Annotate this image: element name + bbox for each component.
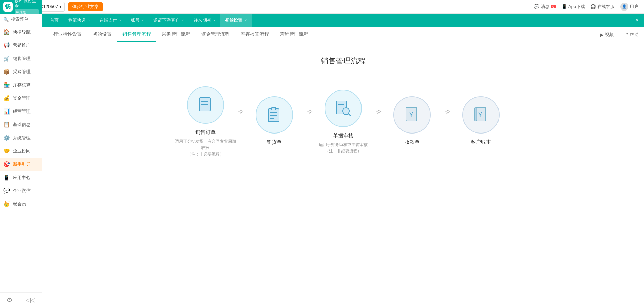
sidebar-icon-purchase: 📦 xyxy=(3,68,10,75)
sub-tab-销售管理流程[interactable]: 销售管理流程 xyxy=(117,27,156,42)
flow-step-1[interactable]: 销货单 xyxy=(244,96,305,148)
sidebar-icon-enterprise-coop: 🤝 xyxy=(3,148,10,154)
flow-step-2[interactable]: 单据审核 适用于财务审核或主管审核（注：非必要流程） xyxy=(313,90,374,155)
sub-tab-采购管理流程[interactable]: 采购管理流程 xyxy=(156,27,196,42)
nav-tab-首页[interactable]: 首页 xyxy=(45,14,63,27)
avatar: 👤 xyxy=(620,3,628,11)
play-icon: ▶ xyxy=(600,32,604,37)
step-name-2: 单据审核 xyxy=(333,132,353,139)
sub-tab-营销管理流程[interactable]: 营销管理流程 xyxy=(274,27,314,42)
help-label: 帮助 xyxy=(630,32,639,38)
nav-tab-label: 账号 xyxy=(131,17,140,23)
flow-arrow-2: ···> xyxy=(306,107,311,137)
nav-tab-物流快递[interactable]: 物流快递× xyxy=(63,14,95,27)
step-circle-3: ¥ xyxy=(393,96,431,134)
svg-rect-5 xyxy=(272,107,276,110)
sidebar-icon-app-center: 📱 xyxy=(3,174,10,181)
sub-tab-初始设置[interactable]: 初始设置 xyxy=(87,27,117,42)
sidebar-items: 🏠 快捷导航 📢 营销推广 🛒 销售管理 📦 采购管理 🏪 库存核算 💰 资金管… xyxy=(0,25,42,210)
flow-step-4[interactable]: ¥ 客户账本 xyxy=(450,96,511,148)
sidebar-label-basic-info: 基础信息 xyxy=(13,122,31,128)
svg-rect-20 xyxy=(475,107,477,121)
sidebar-icon-inventory: 🏪 xyxy=(3,82,10,88)
message-badge: 6 xyxy=(551,5,556,8)
nav-tab-label: 往来期初 xyxy=(194,17,211,23)
sub-tab-库存核算流程[interactable]: 库存核算流程 xyxy=(235,27,274,42)
sub-tab-right: ▶ 视频 | ? 帮助 xyxy=(600,32,639,38)
sidebar-label-chang-member: 畅会员 xyxy=(13,201,26,207)
sidebar-item-app-center[interactable]: 📱 应用中心 xyxy=(0,171,42,184)
flow-step-3[interactable]: ¥ 收款单 xyxy=(382,96,443,148)
nav-tab-label: 物流快递 xyxy=(68,17,86,23)
nav-tab-邀请下游客户[interactable]: 邀请下游客户× xyxy=(149,14,189,27)
nav-tab-close[interactable]: × xyxy=(142,18,144,22)
trial-button[interactable]: 体验行业方案 xyxy=(68,2,103,11)
nav-tab-close[interactable]: × xyxy=(213,18,215,22)
sidebar-label-inventory: 库存核算 xyxy=(13,82,31,88)
help-link[interactable]: ? 帮助 xyxy=(626,32,639,38)
nav-tab-账号[interactable]: 账号× xyxy=(126,14,149,27)
nav-tab-初始设置[interactable]: 初始设置× xyxy=(220,14,251,27)
sidebar: 畅 畅库·做好生意 标准版 🔍 搜索菜单 🏠 快捷导航 📢 营销推广 🛒 销售管… xyxy=(0,0,42,307)
headset-icon: 🎧 xyxy=(590,4,596,9)
step-circle-4: ¥ xyxy=(462,96,500,134)
sub-tab-资金管理流程[interactable]: 资金管理流程 xyxy=(196,27,235,42)
sidebar-label-system: 系统管理 xyxy=(13,135,31,141)
sidebar-item-purchase[interactable]: 📦 采购管理 xyxy=(0,65,42,78)
nav-tab-label: 首页 xyxy=(50,17,59,23)
collapse-icon[interactable]: ◁◁ xyxy=(23,295,38,305)
app-download-item[interactable]: 📱 App下载 xyxy=(562,4,585,10)
message-item[interactable]: 💬 消息 6 xyxy=(534,4,556,10)
user-item[interactable]: 👤 用户 xyxy=(620,3,639,11)
sidebar-item-sales[interactable]: 🛒 销售管理 xyxy=(0,52,42,65)
sidebar-item-enterprise-wechat[interactable]: 💬 企业微信 xyxy=(0,184,42,197)
sidebar-label-app-center: 应用中心 xyxy=(13,175,31,181)
nav-tab-在线支付[interactable]: 在线支付× xyxy=(95,14,126,27)
flow-arrow-1: ···> xyxy=(237,107,242,137)
sidebar-item-chang-member[interactable]: 👑 畅会员 xyxy=(0,197,42,210)
main-content: 行业特性设置初始设置销售管理流程采购管理流程资金管理流程库存核算流程营销管理流程… xyxy=(42,27,644,307)
sidebar-icon-quick-nav: 🏠 xyxy=(3,29,10,35)
nav-tab-close[interactable]: × xyxy=(182,18,184,22)
sidebar-item-operations[interactable]: 📊 经营管理 xyxy=(0,105,42,118)
sidebar-label-operations: 经营管理 xyxy=(13,108,31,115)
message-label: 消息 xyxy=(541,4,549,10)
sub-tab-行业特性设置[interactable]: 行业特性设置 xyxy=(48,27,87,42)
sidebar-icon-marketing: 📢 xyxy=(3,42,10,48)
user-name-label: 用户 xyxy=(630,4,639,10)
nav-tab-往来期初[interactable]: 往来期初× xyxy=(189,14,220,27)
nav-close-all[interactable]: × xyxy=(633,17,641,23)
sidebar-icon-finance: 💰 xyxy=(3,95,10,101)
sidebar-item-quick-nav[interactable]: 🏠 快捷导航 xyxy=(0,25,42,39)
help-icon: ? xyxy=(626,32,628,37)
nav-tab-label: 在线支付 xyxy=(99,17,117,23)
sidebar-label-enterprise-coop: 企业协同 xyxy=(13,148,31,154)
online-service-item[interactable]: 🎧 在线客服 xyxy=(590,4,615,10)
sidebar-item-inventory[interactable]: 🏪 库存核算 xyxy=(0,78,42,91)
sidebar-item-finance[interactable]: 💰 资金管理 xyxy=(0,91,42,105)
sidebar-label-finance: 资金管理 xyxy=(13,95,31,101)
nav-tab-close[interactable]: × xyxy=(88,18,90,22)
sidebar-item-basic-info[interactable]: 📋 基础信息 xyxy=(0,118,42,131)
sidebar-bottom: ⚙ ◁◁ xyxy=(0,292,42,307)
video-label: 视频 xyxy=(605,32,614,38)
settings-icon[interactable]: ⚙ xyxy=(4,295,15,305)
flow-steps: 销售订单 适用于分批发货、有合同发货周期较长（注：非必要流程） ···> 销货单… xyxy=(175,86,512,158)
sidebar-item-new-guide[interactable]: 🎯 新手引导 xyxy=(0,158,42,171)
step-circle-1 xyxy=(256,96,293,134)
logo-text: 畅库·做好生意 xyxy=(15,0,39,9)
flow-content: 销售管理流程 销售订单 适用于分批发货、有合同发货周期较长（注：非必要流程） ·… xyxy=(42,42,644,171)
sidebar-item-marketing[interactable]: 📢 营销推广 xyxy=(0,39,42,52)
svg-text:¥: ¥ xyxy=(478,111,482,118)
step-desc-0: 适用于分批发货、有合同发货周期较长（注：非必要流程） xyxy=(175,138,236,158)
step-name-0: 销售订单 xyxy=(195,129,216,136)
flow-step-0[interactable]: 销售订单 适用于分批发货、有合同发货周期较长（注：非必要流程） xyxy=(175,86,236,158)
video-link[interactable]: ▶ 视频 xyxy=(600,32,614,38)
step-name-4: 客户账本 xyxy=(471,139,491,145)
nav-tab-close[interactable]: × xyxy=(119,18,121,22)
sidebar-item-system[interactable]: ⚙️ 系统管理 xyxy=(0,131,42,144)
sidebar-label-quick-nav: 快捷导航 xyxy=(13,29,31,35)
sidebar-search[interactable]: 🔍 搜索菜单 xyxy=(0,14,42,25)
nav-tab-close[interactable]: × xyxy=(245,18,247,22)
sidebar-item-enterprise-coop[interactable]: 🤝 企业协同 xyxy=(0,144,42,158)
